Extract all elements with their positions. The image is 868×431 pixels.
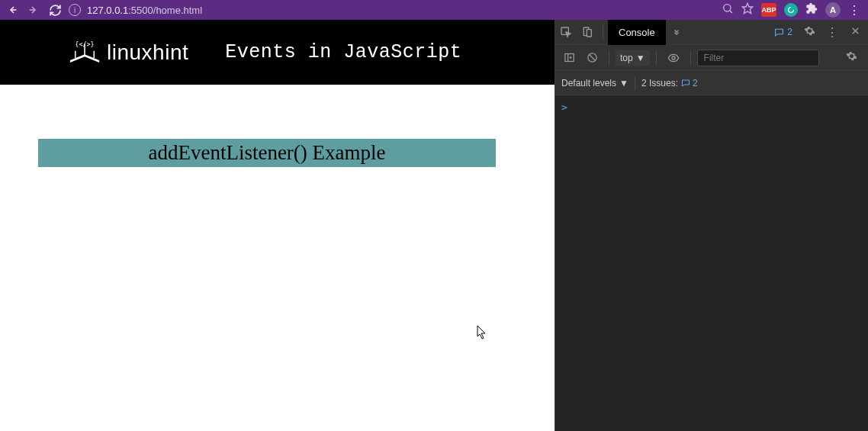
log-levels-dropdown[interactable]: Default levels ▼ <box>561 78 628 88</box>
extensions-icon[interactable] <box>805 2 818 18</box>
devtools-close-icon[interactable] <box>843 25 868 39</box>
console-levels-bar: Default levels ▼ 2 Issues: 2 <box>555 71 868 95</box>
extension-abp-icon[interactable]: ABP <box>761 3 776 17</box>
svg-rect-8 <box>587 30 591 37</box>
page-viewport: {</>} linuxhint Events in JavaScript add… <box>0 20 555 431</box>
tabs-overflow-icon[interactable] <box>666 25 687 39</box>
site-info-icon[interactable]: i <box>69 4 81 16</box>
chevron-down-icon: ▼ <box>636 53 645 63</box>
console-sidebar-toggle-icon[interactable] <box>558 45 580 70</box>
live-expression-icon[interactable] <box>663 45 684 70</box>
svg-marker-4 <box>742 3 752 13</box>
banner-title: Events in JavaScript <box>225 41 461 63</box>
logo-text: linuxhint <box>107 40 188 65</box>
url-text: 127.0.0.1:5500/home.html <box>87 5 202 16</box>
filter-input-wrap <box>697 50 819 66</box>
tab-console[interactable]: Console <box>608 20 666 45</box>
chevron-down-icon: ▼ <box>619 78 628 88</box>
devtools-menu-icon[interactable]: ⋮ <box>821 25 843 40</box>
logo-mark-icon: {</>} <box>67 37 102 68</box>
clear-console-icon[interactable] <box>581 45 603 70</box>
forward-button[interactable] <box>26 2 41 18</box>
profile-avatar[interactable]: A <box>825 2 841 18</box>
svg-point-15 <box>672 56 675 60</box>
svg-point-2 <box>724 5 731 11</box>
device-toggle-icon[interactable] <box>577 20 598 45</box>
inspect-element-icon[interactable] <box>555 20 577 45</box>
devtools-settings-icon[interactable] <box>798 25 821 40</box>
example-heading: addEventListener() Example <box>38 139 496 167</box>
page-content: addEventListener() Example <box>0 85 555 431</box>
svg-rect-11 <box>564 54 573 62</box>
svg-line-14 <box>589 55 595 61</box>
chrome-menu-icon[interactable]: ⋮ <box>848 3 859 18</box>
svg-line-3 <box>730 11 732 13</box>
console-output[interactable]: > <box>555 95 868 431</box>
filter-input[interactable] <box>697 50 819 66</box>
zoom-icon[interactable] <box>722 2 734 18</box>
console-settings-icon[interactable] <box>838 50 865 65</box>
browser-toolbar: i 127.0.0.1:5500/home.html ABP A ⋮ <box>0 0 868 20</box>
back-button[interactable] <box>5 2 20 18</box>
page-banner: {</>} linuxhint Events in JavaScript <box>0 20 555 85</box>
extension-grammarly-icon[interactable] <box>784 3 798 17</box>
issues-link[interactable]: 2 Issues: 2 <box>641 78 698 88</box>
address-bar[interactable]: i 127.0.0.1:5500/home.html <box>69 4 715 16</box>
svg-text:{</>}: {</>} <box>75 40 94 47</box>
devtools-panel: Console 2 ⋮ <box>555 20 868 431</box>
console-prompt-icon: > <box>561 101 567 113</box>
devtools-tabstrip: Console 2 ⋮ <box>555 20 868 45</box>
bookmark-star-icon[interactable] <box>741 2 754 18</box>
mouse-cursor-icon <box>477 325 487 340</box>
context-selector[interactable]: top ▼ <box>616 50 650 66</box>
messages-badge[interactable]: 2 <box>769 24 798 40</box>
console-toolbar: top ▼ <box>555 45 868 71</box>
reload-button[interactable] <box>47 2 63 18</box>
toolbar-right: ABP A ⋮ <box>722 2 863 18</box>
logo: {</>} linuxhint <box>67 37 188 68</box>
